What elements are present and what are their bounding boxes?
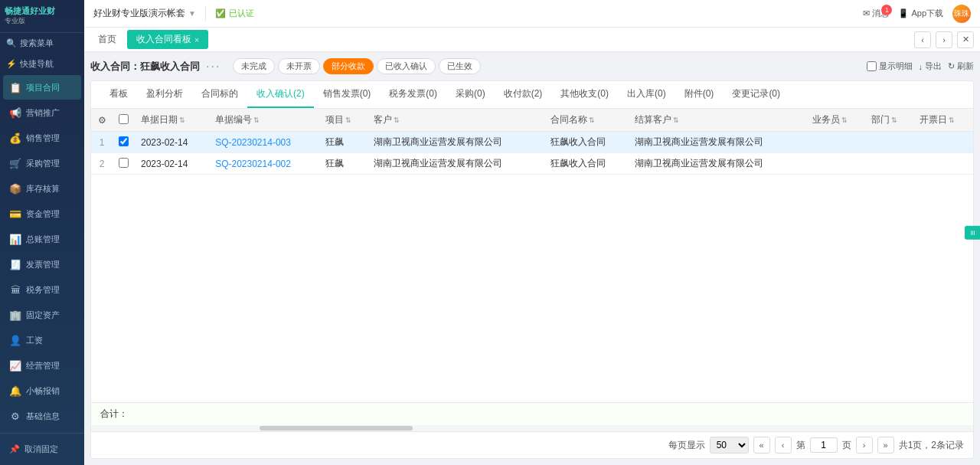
table-row[interactable]: 1 2023-02-14 SQ-20230214-003 狂飙 湖南卫视商业运营… bbox=[91, 132, 973, 153]
subtab-purchase[interactable]: 采购(0) bbox=[446, 81, 495, 108]
avatar-label: 珠珠 bbox=[954, 8, 969, 19]
row-customer: 湖南卫视商业运营发展有限公司 bbox=[368, 153, 544, 175]
app-download-button[interactable]: 📱 App下载 bbox=[898, 8, 943, 19]
status-btn-confirmed[interactable]: 已收入确认 bbox=[377, 58, 436, 74]
first-page-button[interactable]: « bbox=[753, 437, 770, 454]
sidebar-item-report[interactable]: 🔔 小畅报销 bbox=[3, 378, 81, 403]
subtab-warehouse[interactable]: 出入库(0) bbox=[618, 81, 675, 108]
subtab-payment[interactable]: 收付款(2) bbox=[495, 81, 552, 108]
col-open-date-label: 开票日 bbox=[920, 113, 947, 126]
export-button[interactable]: ↓ 导出 bbox=[919, 61, 942, 72]
row-dept bbox=[865, 132, 913, 153]
sidebar-item-inventory[interactable]: 📦 库存核算 bbox=[3, 176, 81, 201]
sort-icon: ⇅ bbox=[394, 116, 400, 124]
row-number-link[interactable]: SQ-20230214-002 bbox=[215, 159, 291, 169]
subtab-sales-invoice[interactable]: 销售发票(0) bbox=[314, 81, 381, 108]
status-btn-partial[interactable]: 部分收款 bbox=[323, 58, 374, 74]
sidebar-item-sales[interactable]: 💰 销售管理 bbox=[3, 126, 81, 150]
next-page-button[interactable]: › bbox=[856, 437, 873, 454]
unpin-button[interactable]: 📌 取消固定 bbox=[3, 437, 81, 461]
gear-icon[interactable]: ⚙ bbox=[98, 115, 106, 126]
message-icon: ✉ bbox=[863, 8, 870, 18]
next-tab-button[interactable]: › bbox=[936, 31, 952, 48]
subtab-other[interactable]: 其他收支(0) bbox=[551, 81, 618, 108]
row-checkbox[interactable] bbox=[119, 136, 129, 146]
last-page-button[interactable]: » bbox=[877, 437, 894, 454]
scrollbar-thumb[interactable] bbox=[260, 426, 413, 431]
refresh-button[interactable]: ↻ 刷新 bbox=[948, 61, 974, 72]
show-detail-checkbox[interactable]: 显示明细 bbox=[867, 61, 913, 72]
subtab-profit[interactable]: 盈利分析 bbox=[137, 81, 192, 108]
sidebar-item-fund[interactable]: 💳 资金管理 bbox=[3, 201, 81, 226]
subtab-board[interactable]: 看板 bbox=[100, 81, 137, 108]
sort-settlement[interactable]: 结算客户⇅ bbox=[635, 113, 679, 126]
company-selector[interactable]: 好业财专业版演示帐套 ▼ bbox=[93, 7, 196, 20]
horizontal-scrollbar[interactable] bbox=[91, 425, 973, 431]
quick-nav-item[interactable]: ⚡ 快捷导航 bbox=[0, 54, 84, 74]
col-dept: 部门⇅ bbox=[865, 109, 913, 132]
subtab-tax-invoice[interactable]: 税务发票(0) bbox=[380, 81, 446, 108]
sidebar-item-purchase[interactable]: 🛒 采购管理 bbox=[3, 151, 81, 175]
avatar[interactable]: 珠珠 bbox=[952, 5, 971, 23]
col-project-label: 项目 bbox=[325, 113, 344, 126]
prev-page-button[interactable]: ‹ bbox=[775, 437, 792, 454]
subtab-attachment[interactable]: 附件(0) bbox=[675, 81, 724, 108]
sort-date[interactable]: 单据日期⇅ bbox=[141, 113, 185, 126]
sort-number[interactable]: 单据编号⇅ bbox=[215, 113, 260, 126]
sidebar-item-hr[interactable]: 👤 工资 bbox=[3, 328, 81, 352]
sidebar-item-base[interactable]: ⚙ 基础信息 bbox=[3, 404, 81, 428]
project-icon: 📋 bbox=[9, 81, 21, 93]
sidebar-item-assets[interactable]: 🏢 固定资产 bbox=[3, 303, 81, 327]
subtab-revenue[interactable]: 收入确认(2) bbox=[247, 81, 314, 108]
general-icon: 📊 bbox=[9, 233, 21, 245]
sidebar-item-manage[interactable]: 📈 经营管理 bbox=[3, 353, 81, 378]
table-row[interactable]: 2 2023-02-14 SQ-20230214-002 狂飙 湖南卫视商业运营… bbox=[91, 153, 973, 175]
sort-project[interactable]: 项目⇅ bbox=[325, 113, 351, 126]
messages-button[interactable]: ✉ 消息 1 bbox=[863, 8, 889, 19]
sidebar-item-project[interactable]: 📋 项目合同 bbox=[3, 75, 81, 100]
status-btn-uninvoiced[interactable]: 未开票 bbox=[278, 58, 320, 74]
base-icon: ⚙ bbox=[9, 410, 21, 422]
sidebar-item-marketing[interactable]: 📢 营销推广 bbox=[3, 100, 81, 125]
status-btn-effective[interactable]: 已生效 bbox=[439, 58, 481, 74]
sidebar-item-tax[interactable]: 🏛 税务管理 bbox=[3, 277, 81, 302]
select-all-checkbox[interactable] bbox=[119, 114, 129, 124]
search-menu-item[interactable]: 🔍 搜索菜单 bbox=[0, 33, 84, 54]
sort-contract[interactable]: 合同名称⇅ bbox=[550, 113, 595, 126]
row-checkbox[interactable] bbox=[119, 158, 129, 168]
sort-customer[interactable]: 客户⇅ bbox=[374, 113, 400, 126]
sort-dept[interactable]: 部门⇅ bbox=[871, 113, 897, 126]
more-button[interactable]: ··· bbox=[206, 60, 220, 74]
col-salesperson: 业务员⇅ bbox=[806, 109, 866, 132]
certified-badge: ✅ 已认证 bbox=[215, 8, 254, 19]
active-tab[interactable]: 收入合同看板 × bbox=[127, 30, 208, 49]
sort-icon: ⇅ bbox=[891, 116, 897, 124]
sidebar-item-label: 固定资产 bbox=[26, 309, 60, 321]
sidebar-item-label: 税务管理 bbox=[26, 284, 60, 296]
home-tab[interactable]: 首页 bbox=[90, 30, 124, 49]
sort-salesperson[interactable]: 业务员⇅ bbox=[812, 113, 848, 126]
sidebar-item-general[interactable]: 📊 总账管理 bbox=[3, 227, 81, 251]
status-btn-incomplete[interactable]: 未完成 bbox=[233, 58, 275, 74]
sidebar: 畅捷通好业财 专业版 🔍 搜索菜单 ⚡ 快捷导航 📋 项目合同 📢 营销推广 💰… bbox=[0, 0, 84, 465]
per-page-select[interactable]: 50 20 100 bbox=[710, 437, 749, 454]
col-settlement-label: 结算客户 bbox=[635, 113, 671, 126]
sidebar-item-invoice[interactable]: 🧾 发票管理 bbox=[3, 252, 81, 277]
page-number-input[interactable] bbox=[810, 437, 838, 453]
row-number-link[interactable]: SQ-20230214-003 bbox=[215, 137, 291, 148]
prev-tab-button[interactable]: ‹ bbox=[914, 31, 931, 48]
row-project: 狂飙 bbox=[319, 132, 368, 153]
subtab-changelog[interactable]: 变更记录(0) bbox=[723, 81, 789, 108]
contract-breadcrumb: 收入合同：狂飙收入合同 bbox=[90, 60, 200, 74]
sort-open-date[interactable]: 开票日⇅ bbox=[920, 113, 955, 126]
col-open-date: 开票日⇅ bbox=[913, 109, 973, 132]
subtab-subject[interactable]: 合同标的 bbox=[192, 81, 247, 108]
close-all-button[interactable]: ✕ bbox=[957, 31, 974, 48]
close-tab-button[interactable]: × bbox=[194, 35, 199, 44]
marketing-icon: 📢 bbox=[9, 106, 21, 119]
logo-sub: 专业版 bbox=[5, 16, 55, 26]
right-float-action[interactable]: ≡ bbox=[965, 225, 980, 239]
row-dept bbox=[865, 153, 913, 175]
sales-icon: 💰 bbox=[9, 132, 21, 144]
show-detail-input[interactable] bbox=[867, 61, 877, 71]
